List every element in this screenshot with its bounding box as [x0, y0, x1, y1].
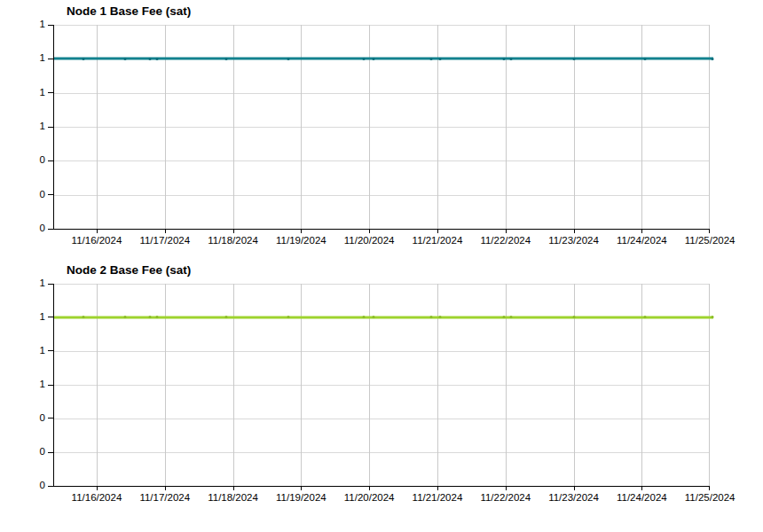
y-tick-label: 0 [10, 223, 45, 234]
x-axis-tick [97, 486, 98, 490]
plot-area: 111100011/16/202411/17/202411/18/202411/… [53, 284, 710, 487]
data-point-marker [439, 316, 442, 318]
data-point-marker [643, 316, 646, 318]
horizontal-gridline [54, 93, 710, 94]
y-axis-tick [48, 317, 53, 317]
x-tick-label: 11/22/2024 [480, 493, 531, 504]
chart-title: Node 2 Base Fee (sat) [67, 263, 191, 277]
vertical-gridline [233, 25, 234, 229]
horizontal-gridline [54, 127, 710, 128]
horizontal-gridline [54, 385, 710, 386]
horizontal-gridline [54, 419, 710, 419]
data-point-marker [573, 316, 576, 318]
vertical-gridline [369, 25, 370, 229]
y-tick-label: 1 [10, 20, 45, 30]
data-point-marker [573, 58, 576, 60]
vertical-gridline [437, 25, 438, 229]
x-axis-tick [506, 486, 507, 490]
data-point-marker [83, 58, 85, 60]
x-axis-tick [641, 229, 642, 233]
y-tick-label: 0 [10, 156, 45, 167]
vertical-gridline [574, 284, 575, 486]
y-axis-tick [48, 25, 53, 26]
y-tick-label: 1 [10, 312, 45, 323]
x-tick-label: 11/17/2024 [139, 493, 190, 504]
data-point-marker [439, 58, 442, 60]
x-tick-label: 11/19/2024 [276, 493, 326, 504]
x-tick-label: 11/20/2024 [344, 236, 395, 246]
vertical-gridline [641, 284, 642, 486]
x-axis-tick [165, 486, 166, 490]
data-point-marker [429, 316, 432, 318]
y-axis-tick [48, 59, 53, 59]
vertical-gridline [165, 25, 166, 229]
data-point-marker [287, 58, 289, 60]
plot-area: 111100011/16/202411/17/202411/18/202411/… [53, 25, 710, 230]
y-axis-tick [48, 418, 53, 419]
horizontal-gridline [54, 351, 710, 352]
horizontal-gridline [54, 25, 710, 26]
x-tick-label: 11/18/2024 [208, 493, 258, 504]
series-line [54, 316, 713, 318]
data-point-marker [149, 316, 152, 318]
data-point-marker [372, 316, 374, 318]
data-point-marker [712, 58, 714, 60]
vertical-gridline [97, 284, 98, 486]
vertical-gridline [709, 284, 710, 486]
horizontal-gridline [54, 195, 710, 196]
vertical-gridline [97, 25, 98, 229]
y-axis-tick [48, 92, 53, 93]
data-point-marker [363, 58, 366, 60]
data-point-marker [503, 316, 506, 318]
y-axis-tick [48, 385, 53, 386]
data-point-marker [509, 58, 512, 60]
vertical-gridline [506, 284, 507, 486]
data-point-marker [155, 316, 158, 318]
y-tick-label: 0 [10, 190, 45, 200]
x-axis-tick [709, 229, 710, 233]
data-point-marker [643, 58, 646, 60]
x-tick-label: 11/22/2024 [480, 236, 531, 246]
x-axis-tick [574, 486, 575, 490]
x-tick-label: 11/25/2024 [685, 236, 735, 246]
x-tick-label: 11/19/2024 [276, 236, 326, 246]
x-axis-tick [301, 486, 302, 490]
x-axis-tick [233, 229, 234, 233]
horizontal-gridline [54, 284, 710, 285]
data-point-marker [363, 316, 366, 318]
x-axis-tick [301, 229, 302, 233]
horizontal-gridline [54, 160, 710, 161]
x-tick-label: 11/16/2024 [72, 236, 122, 246]
y-tick-label: 1 [10, 379, 45, 390]
y-tick-label: 1 [10, 54, 45, 65]
data-point-marker [503, 58, 506, 60]
x-tick-label: 11/21/2024 [413, 493, 463, 504]
y-axis-tick [48, 229, 53, 230]
x-tick-label: 11/20/2024 [344, 493, 395, 504]
vertical-gridline [709, 25, 710, 229]
base-fee-dashboard: Node 1 Base Fee (sat) 111100011/16/20241… [0, 0, 763, 532]
x-tick-label: 11/16/2024 [72, 493, 122, 504]
y-axis-tick [48, 284, 53, 285]
vertical-gridline [437, 284, 438, 486]
chart-node2-base-fee: Node 2 Base Fee (sat) 111100011/16/20241… [0, 259, 763, 525]
data-point-marker [224, 316, 227, 318]
x-axis-tick [233, 486, 234, 490]
horizontal-gridline [54, 452, 710, 453]
x-tick-label: 11/18/2024 [208, 236, 258, 246]
y-tick-label: 0 [10, 413, 45, 424]
y-tick-label: 1 [10, 346, 45, 356]
vertical-gridline [301, 25, 302, 229]
chart-title: Node 1 Base Fee (sat) [67, 4, 191, 18]
data-point-marker [155, 58, 158, 60]
x-tick-label: 11/24/2024 [617, 493, 667, 504]
x-axis-tick [369, 229, 370, 233]
x-tick-label: 11/23/2024 [548, 236, 599, 246]
x-axis-tick [574, 229, 575, 233]
vertical-gridline [369, 284, 370, 486]
x-axis-tick [97, 229, 98, 233]
x-axis-tick [641, 486, 642, 490]
y-axis-tick [48, 160, 53, 161]
x-tick-label: 11/17/2024 [139, 236, 190, 246]
data-point-marker [83, 316, 85, 318]
